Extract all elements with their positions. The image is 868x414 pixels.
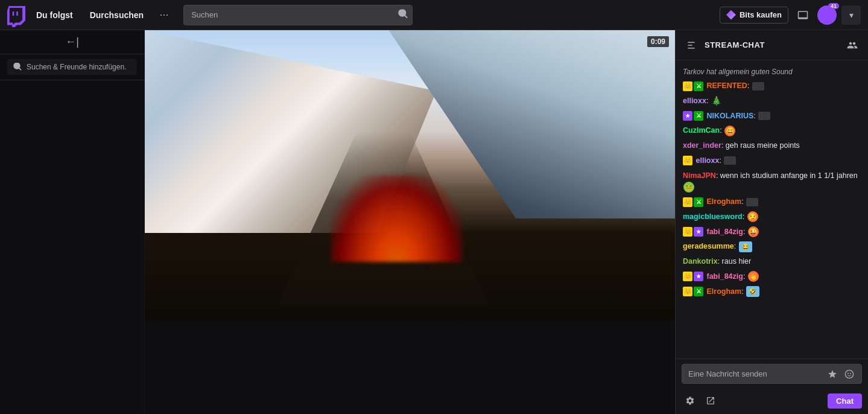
username[interactable]: fabi_84zig xyxy=(706,272,743,281)
chat-title: STREAM-CHAT xyxy=(705,40,765,49)
message-badges: ★ ⚔ xyxy=(683,111,703,121)
svg-point-2 xyxy=(850,372,851,374)
chat-message: CuzImCan: 😄 xyxy=(676,123,868,138)
username[interactable]: geradesumme xyxy=(683,242,734,250)
chat-message: 👑 ★ fabi_84zig: 👋 xyxy=(676,269,868,284)
badge-mod: ⚔ xyxy=(694,197,703,207)
message-text: : raus hier xyxy=(718,257,752,266)
twitch-logo[interactable] xyxy=(7,6,25,24)
users-icon-button[interactable] xyxy=(844,37,861,54)
nav-expand-button[interactable]: ▾ xyxy=(841,5,861,25)
search-icon[interactable] xyxy=(398,9,408,21)
settings-icon-button[interactable] xyxy=(682,392,699,409)
more-nav-button[interactable]: ··· xyxy=(154,5,174,25)
user-avatar-wrap[interactable]: 41 xyxy=(817,5,837,25)
chat-message: 👑 ⚔ Elrogham: xyxy=(676,194,868,209)
chat-message: 👑 ellioxx: xyxy=(676,153,868,168)
left-sidebar: ←| Suchen & Freunde hinzufügen. xyxy=(0,30,145,414)
chat-message: 👑 ⚔ REFENTED: xyxy=(676,78,868,94)
badge-crown: 👑 xyxy=(683,81,692,91)
message-text: : xyxy=(719,156,723,165)
message-badges: 👑 ⚔ xyxy=(683,197,703,207)
username[interactable]: ellioxx xyxy=(695,156,719,165)
chat-message-input[interactable] xyxy=(682,365,825,383)
emote xyxy=(724,156,736,165)
emote: 😏 xyxy=(747,211,758,222)
badge-sub: ★ xyxy=(694,272,703,281)
chat-message: 👑 ⚔ Elrogham: 🤣 xyxy=(676,284,868,299)
emote xyxy=(746,198,758,206)
bits-button[interactable]: Bits kaufen xyxy=(720,7,788,24)
username[interactable]: NIKOLARIUS xyxy=(706,112,753,120)
chat-footer-left xyxy=(682,392,719,409)
bits-diamond-icon xyxy=(726,10,736,20)
main-content: ←| Suchen & Freunde hinzufügen. 0:09 xyxy=(0,30,868,414)
sidebar-search-label: Suchen & Freunde hinzufügen. xyxy=(27,63,126,71)
username[interactable]: fabi_84zig xyxy=(706,228,743,236)
message-text: : xyxy=(706,97,711,105)
message-text: : geh raus meine points xyxy=(721,141,800,150)
svg-point-1 xyxy=(847,372,849,374)
chat-message: magicbluesword: 😏 xyxy=(676,209,868,225)
fire-effect xyxy=(331,175,463,262)
video-scene xyxy=(145,30,675,320)
badge-crown: 👑 xyxy=(683,227,692,237)
message-badges: 👑 xyxy=(683,156,692,165)
chat-header: STREAM-CHAT xyxy=(676,30,868,60)
notification-badge: 41 xyxy=(828,3,839,9)
emote: 🐸 xyxy=(683,182,694,193)
chat-input-wrap xyxy=(682,364,862,384)
message-text: : xyxy=(734,242,738,250)
sidebar-collapse-button[interactable]: ←| xyxy=(0,30,144,54)
chat-message: 👑 ★ fabi_84zig: 😜 xyxy=(676,225,868,240)
username[interactable]: Elrogham xyxy=(706,197,741,206)
username[interactable]: ellioxx xyxy=(683,97,706,105)
sidebar-content xyxy=(0,80,144,414)
message-badges: 👑 ⚔ xyxy=(683,81,703,91)
sidebar-search-button[interactable]: Suchen & Freunde hinzufügen. xyxy=(7,59,137,75)
username[interactable]: Dankotrix xyxy=(683,257,718,266)
badge-mod: ⚔ xyxy=(694,111,703,121)
sidebar-search-area: Suchen & Freunde hinzufügen. xyxy=(0,54,144,80)
search-input[interactable] xyxy=(183,5,413,25)
emote: 👋 xyxy=(748,271,759,282)
video-timer: 0:09 xyxy=(647,36,669,47)
username[interactable]: Elrogham xyxy=(706,287,741,296)
emote: 🎄 xyxy=(711,95,722,106)
username[interactable]: xder_inder xyxy=(683,141,721,150)
points-icon-button[interactable] xyxy=(825,367,840,381)
badge-mod: ⚔ xyxy=(694,81,703,91)
emote xyxy=(752,82,764,91)
collapse-chat-button[interactable] xyxy=(683,37,700,54)
chat-info-line: Tarkov hat allgemein guten Sound xyxy=(676,65,868,78)
svg-point-0 xyxy=(845,370,853,378)
message-badges: 👑 ★ xyxy=(683,227,703,237)
popout-icon-button[interactable] xyxy=(702,392,719,409)
chat-messages: Tarkov hat allgemein guten Sound 👑 ⚔ REF… xyxy=(676,60,868,358)
username[interactable]: CuzImCan xyxy=(683,126,720,135)
emote-picker-button[interactable] xyxy=(842,367,857,381)
username[interactable]: magicbluesword xyxy=(683,212,743,221)
chat-header-left: STREAM-CHAT xyxy=(683,37,765,54)
chat-footer: Chat xyxy=(676,389,868,414)
video-area: 0:09 xyxy=(145,30,675,414)
tv-icon[interactable] xyxy=(793,5,813,25)
username[interactable]: REFENTED xyxy=(706,81,747,90)
emote: 😄 xyxy=(724,126,735,136)
chat-message: NimaJPN: wenn ich studium anfange in 1 1… xyxy=(676,168,868,195)
following-link[interactable]: Du folgst xyxy=(30,7,79,24)
message-text: : xyxy=(741,197,746,206)
search-bar xyxy=(183,5,413,25)
badge-crown: 👑 xyxy=(683,197,692,207)
badge-sub: ★ xyxy=(694,227,703,237)
badge-star: ★ xyxy=(683,111,692,121)
message-text: : xyxy=(747,81,752,90)
username[interactable]: NimaJPN xyxy=(683,171,716,180)
chat-input-icons xyxy=(825,367,861,381)
chat-input-area xyxy=(676,358,868,389)
emote: 😂 xyxy=(739,241,752,252)
browse-link[interactable]: Durchsuchen xyxy=(84,7,150,24)
message-text: : xyxy=(720,126,724,135)
chat-send-button[interactable]: Chat xyxy=(828,393,862,409)
video-container[interactable]: 0:09 xyxy=(145,30,675,320)
